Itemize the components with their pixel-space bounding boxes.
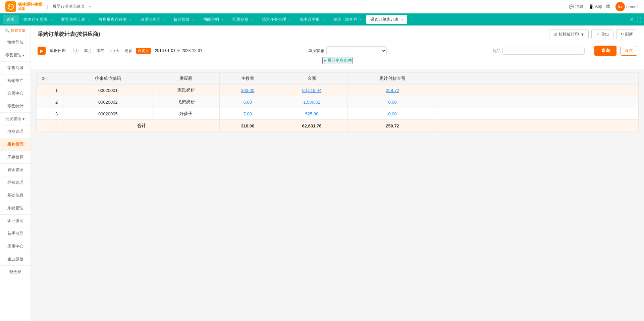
table-row: 3 00020005 好孩子 7.00 525.80 0.00 — [37, 108, 639, 120]
date-range-display[interactable]: 2016-01-01 至 2023-12-31 — [155, 48, 202, 54]
user-area[interactable]: Ea demo2 — [615, 2, 639, 11]
expand-more-button[interactable]: ▼ 展开更多条件 — [322, 57, 353, 64]
filter-toggle-button[interactable]: ▶ — [38, 47, 46, 55]
nav-expand-btn[interactable]: ⛶ — [637, 17, 641, 22]
sidebar-search-label: 搜索菜单 — [11, 29, 25, 33]
td-main-qty-1[interactable]: 303.00 — [220, 85, 276, 96]
td-footer-qty: 316.00 — [220, 120, 276, 132]
tab-validity-query-close[interactable]: × — [163, 18, 165, 21]
data-table: ⚙ 往来单位编码 供应商 主数量 金额 累计付款金额 1 — [36, 72, 639, 132]
tab-available-stock[interactable]: 可用量库存账本 × — [95, 15, 136, 24]
tab-home[interactable]: 首页 — [3, 15, 19, 24]
sidebar-item-enterprise-collab[interactable]: 企业协同 — [0, 215, 31, 227]
sidebar-finance-mgmt-label: 资金管理 — [7, 167, 23, 172]
tab-purchase-stats-label: 采购订单统计表 — [370, 17, 398, 22]
sidebar-item-marketing[interactable]: 营销推广 — [0, 74, 31, 87]
print-button[interactable]: 🖨 按模板打印 ▼ — [549, 30, 589, 39]
sidebar-marketing-label: 营销推广 — [7, 78, 23, 83]
message-label: 消息 — [575, 4, 583, 9]
status-select[interactable] — [326, 46, 387, 55]
sidebar-item-system-mgmt[interactable]: 系统管理 — [0, 202, 31, 215]
sidebar-item-ecommerce-mgmt[interactable]: 电商管理 — [0, 125, 31, 138]
setting-button[interactable]: 设置 — [621, 46, 637, 56]
th-spacer — [437, 73, 639, 85]
sidebar-search[interactable]: 🔍 搜索菜单 — [0, 25, 31, 36]
shortcut-this-month[interactable]: 本月 — [83, 47, 93, 54]
td-main-qty-2[interactable]: 6.00 — [220, 96, 276, 108]
tab-order-stats-close[interactable]: × — [88, 18, 90, 21]
tab-config-info[interactable]: 配置信息 × — [228, 15, 257, 24]
tab-receive-summary-close[interactable]: × — [50, 18, 52, 21]
tab-invite-downstream[interactable]: 邀请下游客户 × — [329, 15, 366, 24]
sidebar-app-center-label: 应用中心 — [7, 244, 23, 249]
tab-cost-adjust-close[interactable]: × — [322, 18, 324, 21]
table-footer-row: 合计 316.00 62,631.76 259.72 — [37, 120, 639, 132]
shortcut-this-year[interactable]: 本年 — [95, 47, 106, 54]
table-row: 2 00020002 飞鹤奶粉 6.00 1,586.52 0.00 — [37, 96, 639, 108]
industry-dropdown-icon[interactable]: ▼ — [88, 5, 92, 8]
td-amount-2[interactable]: 1,586.52 — [276, 96, 348, 108]
sidebar-item-member-center[interactable]: 会员中心 — [0, 87, 31, 100]
tab-picking-task-close[interactable]: × — [289, 18, 291, 21]
td-settings-3 — [37, 108, 50, 120]
sidebar-item-retail-mall[interactable]: 零售商城 — [0, 62, 31, 74]
sidebar-item-enterprise-wechat[interactable]: 企业微信 — [0, 253, 31, 266]
export-icon: ↗ — [596, 32, 600, 37]
tab-receive-summary[interactable]: 收发存汇总表 × — [19, 15, 56, 24]
goods-input[interactable] — [502, 47, 585, 55]
tab-function-desc-close[interactable]: × — [222, 18, 224, 21]
tab-invite-downstream-close[interactable]: × — [360, 18, 362, 21]
sidebar-item-wholesale-mgmt[interactable]: 批发管理 ▼ — [0, 113, 31, 125]
tab-overstock-warning-label: 超储预警 — [173, 17, 190, 22]
table-gear-icon[interactable]: ⚙ — [41, 76, 45, 81]
status-filter-label: 单据状态 — [308, 48, 324, 54]
sidebar-item-basic-info[interactable]: 基础信息 — [0, 189, 31, 202]
sidebar-item-retail-stats[interactable]: 零售统计 — [0, 100, 31, 113]
tab-available-stock-label: 可用量库存账本 — [99, 17, 127, 22]
tab-purchase-stats-close[interactable]: × — [401, 18, 403, 21]
sidebar-item-app-center[interactable]: 应用中心 — [0, 240, 31, 253]
sidebar-retail-stats-label: 零售统计 — [7, 104, 23, 108]
td-paid-amount-2[interactable]: 0.00 — [348, 96, 437, 108]
tab-picking-task[interactable]: 拣货任务管理 × — [258, 15, 295, 24]
shortcut-more[interactable]: 更多 — [123, 47, 134, 54]
query-button[interactable]: 查询 — [594, 46, 616, 56]
sidebar-item-retail-mgmt[interactable]: 零售管理 ▲ — [0, 49, 31, 62]
td-paid-amount-1[interactable]: 259.72 — [348, 85, 437, 96]
td-main-qty-3[interactable]: 7.00 — [220, 108, 276, 120]
sidebar-item-purchase-mgmt[interactable]: 采购管理 — [0, 138, 31, 151]
status-filter-wrap: 单据状态 — [308, 46, 387, 55]
tab-function-desc[interactable]: 功能说明 × — [199, 15, 228, 24]
custom-date-badge: 自定义 — [136, 48, 151, 54]
tab-available-stock-close[interactable]: × — [129, 18, 131, 21]
tab-order-stats[interactable]: 要货单统计表 × — [57, 15, 94, 24]
td-amount-1[interactable]: 60,519.44 — [276, 85, 348, 96]
refresh-button[interactable]: ↻ 刷新 — [616, 30, 637, 39]
message-btn[interactable]: 💬 消息 — [569, 4, 583, 9]
export-button[interactable]: ↗ 导出 — [591, 30, 613, 39]
td-supplier-name-1: 惠氏奶粉 — [153, 85, 219, 96]
shortcut-last-month[interactable]: 上月 — [70, 47, 80, 54]
shortcut-last-7-days[interactable]: 近7天 — [108, 47, 121, 54]
table-wrapper: ⚙ 往来单位编码 供应商 主数量 金额 累计付款金额 1 — [31, 69, 644, 321]
td-amount-3[interactable]: 525.80 — [276, 108, 348, 120]
sidebar-shortcut[interactable]: 快捷导航 — [0, 36, 31, 49]
sidebar-item-new-guide[interactable]: 新手引导 — [0, 227, 31, 240]
user-name: demo2 — [626, 4, 639, 9]
app-download-btn[interactable]: 📱 App下载 — [589, 4, 610, 9]
sidebar-item-operation-mgmt[interactable]: 经营管理 — [0, 176, 31, 189]
tab-overstock-warning-close[interactable]: × — [192, 18, 194, 21]
tab-validity-query[interactable]: 保质期查询 × — [136, 15, 169, 24]
nav-close-btn[interactable]: ✕ — [630, 17, 634, 22]
sidebar-item-finance-mgmt[interactable]: 资金管理 — [0, 164, 31, 176]
td-paid-amount-3[interactable]: 0.00 — [348, 108, 437, 120]
goods-more-icon[interactable]: ··· — [587, 48, 590, 53]
sidebar-item-vip-member[interactable]: 畅会员 — [0, 266, 31, 278]
tab-purchase-stats[interactable]: 采购订单统计表 × — [366, 15, 407, 24]
tab-overstock-warning[interactable]: 超储预警 × — [169, 15, 198, 24]
tab-cost-adjust[interactable]: 成本调整单 × — [296, 15, 328, 24]
sidebar-item-inventory-check[interactable]: 库存核算 — [0, 151, 31, 164]
tab-config-info-close[interactable]: × — [251, 18, 253, 21]
expand-more-label: 展开更多条件 — [328, 58, 352, 63]
td-footer-settings — [37, 120, 50, 132]
